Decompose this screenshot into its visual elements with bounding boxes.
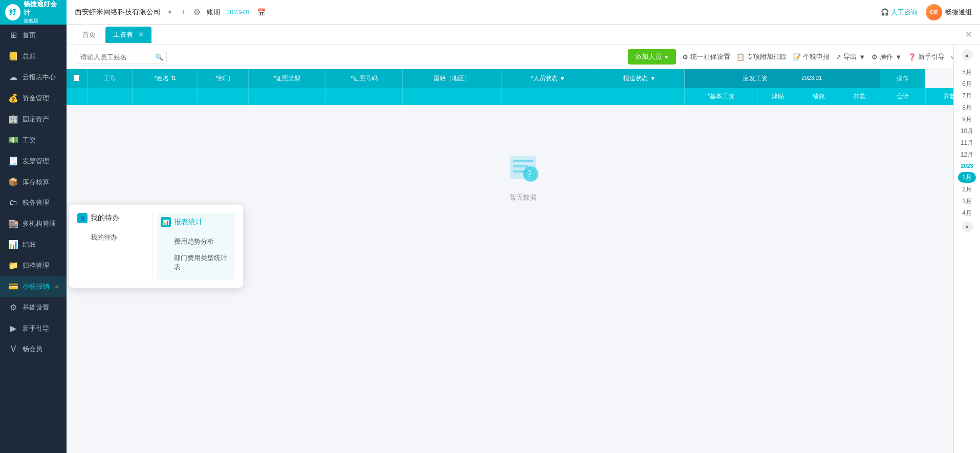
- timeline-month-1-current[interactable]: 1月: [958, 172, 976, 183]
- col-name: *姓名 ⇅: [133, 69, 198, 88]
- sub-empty7: [403, 88, 502, 105]
- salary-year-header: 2023.01: [801, 75, 822, 81]
- sub-empty5: [248, 88, 325, 105]
- operation-dropdown-icon: ▼: [895, 53, 902, 61]
- period-value[interactable]: 2023-01: [226, 8, 251, 16]
- operation-action[interactable]: ⚙ 操作 ▼: [872, 52, 902, 61]
- todo-icon: 👤: [77, 213, 88, 223]
- export-action[interactable]: ↗ 导出 ▼: [836, 52, 865, 61]
- col-submit-status: 报送状态 ▼: [595, 69, 685, 88]
- company-dropdown-icon[interactable]: ▼: [167, 9, 173, 16]
- timeline-month-12[interactable]: 12月: [954, 149, 980, 161]
- timeline-month-4[interactable]: 4月: [954, 207, 980, 219]
- svg-rect-1: [513, 160, 533, 162]
- calendar-icon[interactable]: 📅: [257, 8, 266, 16]
- sidebar-label-invoice: 发票管理: [23, 157, 49, 166]
- avatar: CE: [926, 4, 942, 20]
- sidebar-label-basic: 基础设置: [23, 303, 49, 312]
- timeline-month-7[interactable]: 7月: [954, 90, 980, 102]
- guide-action-icon: ❓: [908, 53, 916, 61]
- select-all-checkbox-header[interactable]: [67, 69, 87, 88]
- col-group-salary: 应发工资 2023.01: [684, 69, 880, 88]
- sub-empty1: [67, 88, 87, 105]
- tabs-close-all-button[interactable]: ✕: [965, 30, 972, 39]
- sidebar-item-inventory[interactable]: 📦 库存核算: [0, 171, 67, 192]
- sidebar-item-close[interactable]: 📊 结账: [0, 234, 67, 255]
- timeline-scroll-up[interactable]: ▲: [962, 49, 973, 60]
- company-name[interactable]: 西安虾米网络科技有限公司: [75, 8, 161, 17]
- sidebar: 好 畅捷通好会计 旗舰版 ⊞ 首页 📒 总账 ☁ 云报表中心 💰 资金管理 🏢 …: [0, 0, 67, 453]
- popup-item-cost-trend[interactable]: 费用趋势分析: [161, 233, 231, 250]
- search-input[interactable]: [80, 53, 152, 61]
- tax-deduction-action[interactable]: 📋 专项附加扣除: [736, 52, 787, 61]
- timeline-month-10[interactable]: 10月: [954, 125, 980, 137]
- tabs-bar: 首页 工资表 ✕ ✕: [67, 25, 980, 45]
- select-all-checkbox[interactable]: [73, 75, 80, 81]
- tab-salary-label: 工资表: [113, 31, 133, 38]
- sidebar-item-fund[interactable]: 💰 资金管理: [0, 88, 67, 109]
- service-button[interactable]: 🎧 人工咨询: [881, 8, 918, 17]
- sub-empty6: [325, 88, 403, 105]
- social-security-action[interactable]: ⚙ 统一社保设置: [682, 52, 730, 61]
- tab-home[interactable]: 首页: [75, 27, 103, 43]
- sidebar-item-cloud[interactable]: ☁ 云报表中心: [0, 67, 67, 88]
- timeline-month-8[interactable]: 8月: [954, 102, 980, 114]
- sidebar-item-home[interactable]: ⊞ 首页: [0, 25, 67, 46]
- fund-icon: 💰: [8, 93, 18, 103]
- sidebar-label-assets: 固定资产: [23, 115, 49, 124]
- timeline-month-9[interactable]: 9月: [954, 114, 980, 125]
- sidebar-item-expense[interactable]: 💳 小畅报销 ◀: [0, 276, 67, 297]
- sub-col-deduction: 扣款: [839, 88, 880, 105]
- popup-reports-title: 报表统计: [174, 218, 203, 227]
- tab-close-icon[interactable]: ✕: [138, 31, 144, 38]
- popup-col-todo: 👤 我的待办 我的待办: [77, 213, 148, 279]
- settings-icon[interactable]: ⚙: [193, 7, 201, 17]
- col-operation: 操作: [880, 69, 926, 88]
- popup-item-my-todo[interactable]: 我的待办: [77, 229, 148, 246]
- sidebar-item-archive[interactable]: 📁 归档管理: [0, 255, 67, 276]
- timeline-month-3[interactable]: 3月: [954, 196, 980, 207]
- header-right: 🎧 人工咨询 CE 畅捷通组: [881, 4, 972, 20]
- col-id-type: *证照类型: [248, 69, 325, 88]
- add-company-button[interactable]: ＋: [179, 7, 187, 17]
- export-icon: ↗: [836, 53, 841, 61]
- popup-divider: [152, 213, 153, 279]
- sidebar-label-cloud: 云报表中心: [23, 73, 56, 82]
- logo-sub: 旗舰版: [24, 17, 61, 25]
- timeline-month-11[interactable]: 11月: [954, 137, 980, 149]
- guide-action[interactable]: ❓ 新手引导: [908, 52, 945, 61]
- timeline-scroll-down[interactable]: ▼: [962, 221, 973, 232]
- member-icon: V: [8, 344, 18, 354]
- sub-col-total: 合计: [880, 88, 926, 105]
- sidebar-item-invoice[interactable]: 🧾 发票管理: [0, 150, 67, 171]
- popup-item-dept-cost[interactable]: 部门费用类型统计表: [161, 250, 231, 275]
- sidebar-label-member: 畅会员: [23, 344, 42, 354]
- sidebar-item-salary[interactable]: 💵 工资: [0, 130, 67, 150]
- timeline-month-6[interactable]: 6月: [954, 78, 980, 90]
- timeline-month-5[interactable]: 5月: [954, 67, 980, 78]
- logo-icon: 好: [5, 4, 20, 20]
- tab-salary-table[interactable]: 工资表 ✕: [105, 27, 151, 43]
- tax-icon: 🗂: [8, 198, 18, 207]
- sidebar-item-multi[interactable]: 🏬 多机构管理: [0, 213, 67, 234]
- search-icon: 🔍: [155, 53, 163, 61]
- tab-home-label: 首页: [82, 31, 96, 38]
- sidebar-item-tax[interactable]: 🗂 税务管理: [0, 192, 67, 213]
- sidebar-label-inventory: 库存核算: [23, 178, 49, 187]
- sidebar-item-assets[interactable]: 🏢 固定资产: [0, 109, 67, 130]
- search-box[interactable]: 🔍: [75, 51, 167, 63]
- individual-tax-action[interactable]: 📝 个税申报: [793, 52, 830, 61]
- col-department: *部门: [198, 69, 248, 88]
- inventory-icon: 📦: [8, 177, 18, 187]
- user-info[interactable]: CE 畅捷通组: [926, 4, 972, 20]
- sidebar-item-guide[interactable]: ▶ 新手引导: [0, 318, 67, 339]
- col-id-no: *证照号码: [325, 69, 403, 88]
- add-person-button[interactable]: 添加人员 ▼: [628, 49, 676, 64]
- sub-empty3: [133, 88, 198, 105]
- timeline-month-2[interactable]: 2月: [954, 184, 980, 196]
- sidebar-item-basic[interactable]: ⚙ 基础设置: [0, 297, 67, 318]
- sidebar-item-member[interactable]: V 畅会员: [0, 339, 67, 359]
- multi-icon: 🏬: [8, 219, 18, 228]
- sidebar-item-ledger[interactable]: 📒 总账: [0, 46, 67, 67]
- add-dropdown-icon: ▼: [664, 54, 669, 60]
